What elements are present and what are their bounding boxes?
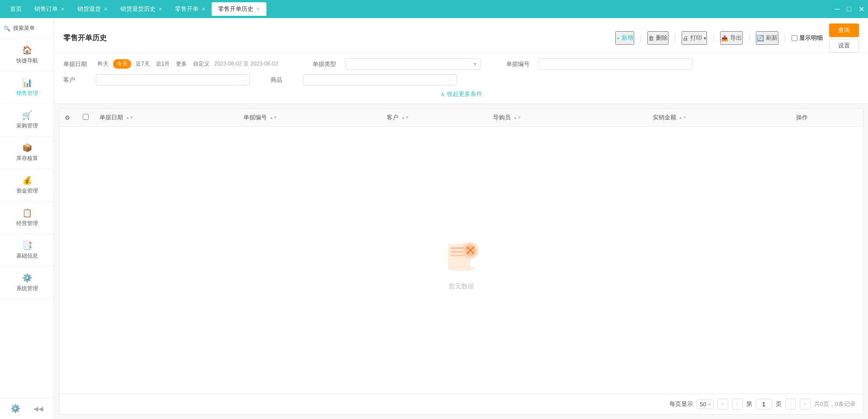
toolbar-divider-5	[785, 34, 785, 42]
tab-retail-open-history[interactable]: 零售开单历史 ✕	[212, 2, 266, 16]
col-customer-sort[interactable]: ▲▼	[401, 116, 409, 120]
window-close-icon[interactable]: ✕	[859, 5, 864, 14]
sidebar-item-operations[interactable]: 📋 经营管理	[0, 202, 54, 234]
sidebar-item-finance[interactable]: 💰 资金管理	[0, 169, 54, 202]
number-input[interactable]	[539, 58, 693, 70]
home-icon: 🏠	[22, 45, 32, 55]
pagination: 每页显示 50 ▾ « ‹ 第 页 › » 共0页，0条记录	[59, 394, 863, 414]
page-next-btn[interactable]: ›	[785, 399, 796, 410]
sidebar-bottom: ⚙️ ◀◀	[0, 398, 54, 419]
window-maximize-icon[interactable]: □	[847, 5, 851, 13]
page-input[interactable]	[756, 399, 772, 410]
col-amount-sort[interactable]: ▲▼	[678, 116, 687, 120]
date-range: 2023-06-02 至 2023-06-02	[214, 60, 278, 68]
settings-button[interactable]: 设置	[829, 39, 859, 52]
tab-retail-open-close[interactable]: ✕	[201, 6, 205, 12]
page-prefix: 第	[746, 400, 752, 408]
date-opt-more[interactable]: 更多	[174, 59, 189, 69]
sidebar-item-finance-label: 资金管理	[16, 187, 38, 195]
page-prev-btn[interactable]: ‹	[732, 399, 743, 410]
tab-home-label: 首页	[10, 5, 22, 13]
page-title: 零售开单历史	[63, 33, 107, 43]
main-layout: 🔍 搜索菜单 🏠 快捷导航 📊 销售管理 🛒 采购管理 📦 库存核算 💰 资金管…	[0, 18, 868, 419]
doc-icon: 📑	[22, 240, 32, 250]
sidebar-item-system[interactable]: ⚙️ 系统管理	[0, 267, 54, 299]
display-detail-checkbox[interactable]	[792, 35, 797, 41]
print-button[interactable]: 🖨 打印 ▾	[682, 31, 707, 45]
date-opt-today[interactable]: 今天	[113, 59, 131, 69]
type-label: 单据类型	[313, 60, 338, 68]
sidebar-search-label: 搜索菜单	[13, 24, 35, 32]
col-salesperson-sort[interactable]: ▲▼	[513, 116, 522, 120]
tab-sales-return-close[interactable]: ✕	[104, 6, 108, 12]
tab-retail-open[interactable]: 零售开单 ✕	[169, 2, 212, 16]
settings-bottom-icon[interactable]: ⚙️	[10, 404, 20, 414]
col-date-sort[interactable]: ▲▼	[126, 116, 134, 120]
customer-ellipsis-icon: ···	[241, 76, 246, 83]
delete-button[interactable]: 🗑 删除	[647, 31, 669, 45]
col-settings: ⚙	[59, 109, 77, 127]
date-opt-custom[interactable]: 自定义	[191, 59, 211, 69]
page-last-btn[interactable]: »	[800, 399, 811, 410]
svg-rect-3	[451, 251, 463, 253]
sidebar: 🔍 搜索菜单 🏠 快捷导航 📊 销售管理 🛒 采购管理 📦 库存核算 💰 资金管…	[0, 18, 54, 419]
tab-sales-return-history[interactable]: 销货退货历史 ✕	[114, 2, 169, 16]
tab-sales-order-label: 销售订单	[34, 5, 58, 13]
col-amount: 实销金额 ▲▼	[647, 109, 791, 127]
type-select-arrow: ▾	[474, 61, 477, 67]
collapse-btn[interactable]: ∧ 收起更多条件	[441, 90, 482, 98]
col-number-sort[interactable]: ▲▼	[269, 116, 277, 120]
refresh-button[interactable]: 🔄 刷新	[756, 31, 778, 45]
sidebar-search[interactable]: 🔍 搜索菜单	[0, 18, 54, 39]
content-area: 零售开单历史 + 新增 🗑 删除 🖨 打印 ▾ 📤 导出	[54, 18, 868, 419]
cart-icon: 🛒	[22, 110, 32, 120]
sidebar-item-inventory-label: 库存核算	[16, 155, 38, 162]
svg-rect-4	[451, 254, 465, 256]
window-minimize-icon[interactable]: ─	[835, 5, 840, 13]
col-empty	[612, 109, 647, 127]
filter-area: 单据日期 昨天 今天 近7天 近1月 更多 自定义 2023-06-02 至 2…	[54, 53, 868, 104]
delete-icon: 🗑	[648, 35, 654, 42]
customer-input[interactable]: ···	[96, 74, 250, 85]
add-button[interactable]: + 新增	[615, 31, 634, 45]
date-opt-7days[interactable]: 近7天	[134, 59, 152, 69]
type-select[interactable]: ▾	[345, 58, 481, 70]
page-size-value: 50	[700, 401, 706, 408]
sidebar-item-purchase-mgmt[interactable]: 🛒 采购管理	[0, 104, 54, 137]
sidebar-item-quick-nav-label: 快捷导航	[16, 57, 38, 65]
col-number-label: 单据编号	[243, 114, 267, 121]
tab-home[interactable]: 首页	[4, 2, 28, 16]
col-gear-icon[interactable]: ⚙	[65, 114, 70, 121]
query-settings-buttons: 查询 设置	[829, 24, 859, 52]
export-button[interactable]: 📤 导出	[720, 31, 743, 45]
tab-sales-order[interactable]: 销售订单 ✕	[28, 2, 71, 16]
tab-sales-order-close[interactable]: ✕	[61, 6, 65, 12]
page-header: 零售开单历史 + 新增 🗑 删除 🖨 打印 ▾ 📤 导出	[54, 18, 868, 53]
tab-sales-return[interactable]: 销货退货 ✕	[71, 2, 114, 16]
col-amount-label: 实销金额	[653, 114, 676, 121]
col-checkbox	[77, 109, 94, 127]
page-size-select[interactable]: 50 ▾	[697, 400, 713, 409]
top-tabbar: 首页 销售订单 ✕ 销货退货 ✕ 销货退货历史 ✕ 零售开单 ✕ 零售开单历史 …	[0, 0, 868, 18]
print-label: 打印	[690, 34, 702, 42]
sidebar-item-inventory[interactable]: 📦 库存核算	[0, 137, 54, 169]
delete-label: 删除	[656, 34, 668, 42]
page-first-btn[interactable]: «	[717, 399, 728, 410]
page-suffix: 页	[776, 400, 782, 408]
customer-label: 客户	[63, 76, 89, 84]
tab-retail-open-label: 零售开单	[175, 5, 199, 13]
sidebar-item-sales-mgmt[interactable]: 📊 销售管理	[0, 71, 54, 104]
col-salesperson-label: 导购员	[493, 114, 511, 121]
sidebar-item-basic-info[interactable]: 📑 基础信息	[0, 234, 54, 267]
product-input[interactable]: ···	[303, 74, 457, 85]
tab-retail-open-history-close[interactable]: ✕	[256, 6, 260, 12]
display-detail-checkbox-label[interactable]: 显示明细	[792, 34, 823, 42]
query-button[interactable]: 查询	[829, 24, 859, 37]
tab-sales-return-history-close[interactable]: ✕	[158, 6, 162, 12]
select-all-checkbox[interactable]	[83, 114, 89, 120]
date-opt-yesterday[interactable]: 昨天	[96, 59, 110, 69]
sidebar-item-quick-nav[interactable]: 🏠 快捷导航	[0, 39, 54, 71]
collapse-sidebar-icon[interactable]: ◀◀	[33, 405, 43, 412]
date-opt-1month[interactable]: 近1月	[154, 59, 172, 69]
sidebar-item-operations-label: 经营管理	[16, 220, 38, 227]
